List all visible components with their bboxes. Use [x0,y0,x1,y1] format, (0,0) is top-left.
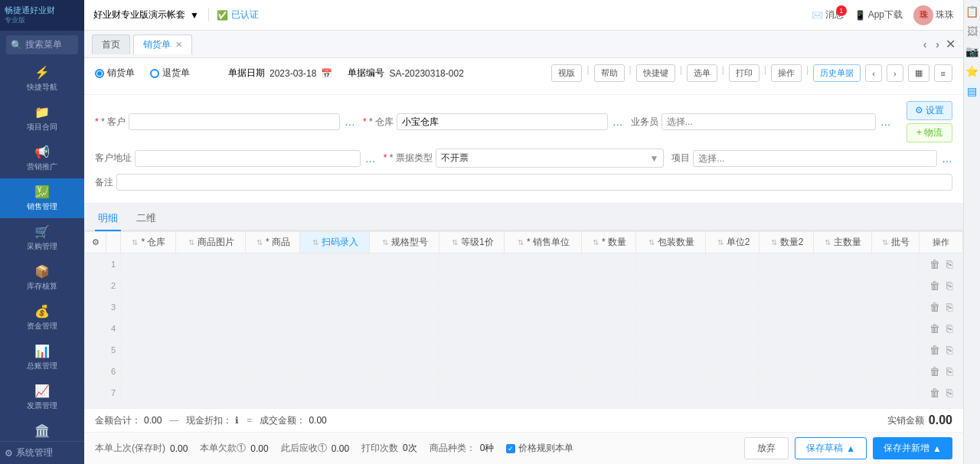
row-delete-btn-2[interactable]: 🗑 [928,279,942,292]
project-input[interactable] [693,150,937,167]
row-barcode-4[interactable] [300,318,370,339]
row-goods-6[interactable] [245,361,300,382]
sidebar-item-quick-nav[interactable]: ⚡ 快捷导航 [0,59,84,99]
sort-icon-qty2[interactable]: ⇅ [771,238,777,247]
toolbar-print-btn[interactable]: 打印 [729,64,760,82]
row-barcode-1[interactable] [300,253,370,275]
radio-sales-order[interactable]: 销货单 [95,67,135,80]
warehouse-input[interactable] [397,113,608,130]
row-goods-1[interactable] [245,253,300,275]
sidebar-item-account[interactable]: 📊 总账管理 [0,338,84,377]
sidebar-bottom-settings[interactable]: ⚙ 系统管理 [0,441,84,464]
right-panel-btn-1[interactable]: 📋 [965,5,979,18]
sort-icon-spec[interactable]: ⇅ [382,238,388,247]
user-avatar-btn[interactable]: 珠 珠珠 [913,5,954,25]
row-qty-4[interactable] [581,318,636,339]
row-delete-btn-7[interactable]: 🗑 [928,387,942,399]
toolbar-prev-record-btn[interactable]: ‹ [865,64,882,82]
row-barcode-5[interactable] [300,339,370,361]
row-warehouse-6[interactable] [121,361,176,382]
row-qty-7[interactable] [581,382,636,404]
info-icon[interactable]: ℹ [235,415,239,426]
sort-icon-goods[interactable]: ⇅ [256,238,263,247]
row-unit-2[interactable] [505,275,582,296]
tab-2d[interactable]: 二维 [133,208,159,231]
row-qty-5[interactable] [581,339,636,361]
sidebar-item-project[interactable]: 📁 项目合同 [0,99,84,139]
row-unit-1[interactable] [505,253,582,275]
logistics-btn[interactable]: + 物流 [906,123,952,142]
toolbar-shortcut-btn[interactable]: 快捷键 [636,64,675,82]
tab-sales-order[interactable]: 销货单 ✕ [133,34,192,54]
sidebar-item-sales[interactable]: 💹 销售管理 [0,178,84,218]
sort-icon-unit2[interactable]: ⇅ [717,238,724,247]
sort-icon-qty[interactable]: ⇅ [593,238,599,247]
address-input[interactable] [135,150,361,167]
tab-detail[interactable]: 明细 [95,208,121,231]
row-warehouse-3[interactable] [121,296,176,318]
toolbar-grid-view-btn[interactable]: ▦ [908,64,929,82]
row-unit-4[interactable] [505,318,582,339]
tab-next-btn[interactable]: › [933,37,942,52]
row-goods-2[interactable] [245,275,300,296]
company-selector[interactable]: 好业财专业版演示帐套 ▼ [93,8,209,21]
toolbar-view-btn[interactable]: 视版 [551,64,582,82]
row-goods-5[interactable] [245,339,300,361]
toolbar-list-view-btn[interactable]: ≡ [934,64,952,82]
sidebar-item-inventory[interactable]: 📦 库存核算 [0,258,84,298]
row-goods-3[interactable] [245,296,300,318]
search-button[interactable]: 🔍 搜索菜单 [6,35,78,54]
sort-icon-main-qty[interactable]: ⇅ [825,238,831,247]
invoice-select[interactable]: 不开票 ▼ [436,149,665,168]
row-barcode-3[interactable] [300,296,370,318]
row-copy-btn-3[interactable]: ⎘ [945,301,954,313]
row-copy-btn-4[interactable]: ⎘ [945,322,954,335]
sidebar-item-purchase[interactable]: 🛒 采购管理 [0,218,84,258]
right-panel-btn-4[interactable]: ⭐ [965,64,979,78]
row-copy-btn-5[interactable]: ⎘ [945,344,954,356]
app-download-btn[interactable]: 📱 App下载 [854,8,903,21]
row-delete-btn-4[interactable]: 🗑 [928,322,942,335]
row-warehouse-5[interactable] [121,339,176,361]
row-unit-3[interactable] [505,296,582,318]
message-btn[interactable]: ✉️ 1 消息 [812,8,844,21]
sidebar-search-section[interactable]: 🔍 搜索菜单 [0,31,84,59]
sidebar-item-reports[interactable]: 📈 发票管理 [0,377,84,417]
discard-btn[interactable]: 放弃 [744,437,789,459]
toolbar-select-btn[interactable]: 选单 [687,64,717,82]
radio-return-order[interactable]: 退货单 [150,67,190,80]
tab-prev-btn[interactable]: ‹ [920,37,930,52]
row-qty-3[interactable] [581,296,636,318]
row-goods-7[interactable] [245,382,300,404]
tab-home[interactable]: 首页 [92,34,130,54]
salesperson-dots-btn[interactable]: … [880,116,891,128]
remark-input[interactable] [116,174,952,191]
address-dots-btn[interactable]: … [365,152,376,165]
row-unit-5[interactable] [505,339,582,361]
row-unit-6[interactable] [505,361,582,382]
row-warehouse-2[interactable] [121,275,176,296]
save-new-btn[interactable]: 保存并新增 ▲ [873,437,952,459]
row-delete-btn-5[interactable]: 🗑 [928,344,942,356]
sidebar-item-finance[interactable]: 💰 资金管理 [0,298,84,338]
sort-icon-warehouse[interactable]: ⇅ [132,238,138,247]
row-copy-btn-2[interactable]: ⎘ [945,279,954,292]
row-qty-6[interactable] [581,361,636,382]
row-delete-btn-6[interactable]: 🗑 [928,365,942,377]
sort-icon-pack-qty[interactable]: ⇅ [648,238,655,247]
row-barcode-7[interactable] [300,382,370,404]
row-warehouse-7[interactable] [121,382,176,404]
row-barcode-2[interactable] [300,275,370,296]
sort-icon-batch[interactable]: ⇅ [882,238,888,247]
row-qty-2[interactable] [581,275,636,296]
right-panel-btn-5[interactable]: ▤ [965,84,979,98]
sort-icon-barcode[interactable]: ⇅ [312,238,318,247]
toolbar-history-btn[interactable]: 历史单据 [813,64,861,82]
sidebar-item-marketing[interactable]: 📢 营销推广 [0,139,84,178]
toolbar-next-record-btn[interactable]: › [887,64,903,82]
row-copy-btn-1[interactable]: ⎘ [945,258,954,270]
right-panel-btn-2[interactable]: 🖼 [965,25,979,38]
calendar-icon[interactable]: 📅 [321,68,332,79]
tab-close-all-btn[interactable]: ✕ [946,37,956,52]
toolbar-help-btn[interactable]: 帮助 [594,64,625,82]
